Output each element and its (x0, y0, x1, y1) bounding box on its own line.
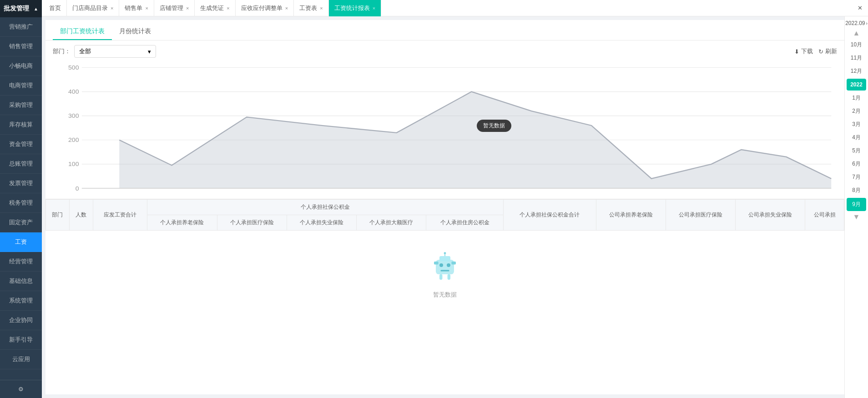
svg-text:0: 0 (76, 185, 79, 191)
tab-payable[interactable]: 应收应付调整单× (236, 0, 294, 16)
date-item-2[interactable]: 12月 (845, 65, 868, 78)
sidebar-item-purchase[interactable]: 采购管理 (0, 96, 42, 115)
th-row1-3: 个人承担社保公积金 (147, 200, 504, 215)
sidebar: 批发管理 ▲ 营销推广销售管理小畅电商电商管理采购管理库存核算资金管理总账管理发… (0, 0, 42, 398)
sidebar-item-basic[interactable]: 基础信息 (0, 272, 42, 291)
tab-salary-table[interactable]: 工资表× (294, 0, 328, 16)
empty-robot-icon (427, 249, 463, 285)
dept-select[interactable]: 全部 ▾ (74, 45, 156, 58)
date-item-11[interactable]: 8月 (845, 184, 868, 197)
sub-tab-dept-stats[interactable]: 部门工资统计表 (53, 24, 112, 40)
th-row1-2: 应发工资合计 (93, 200, 147, 231)
sidebar-item-ledger[interactable]: 总账管理 (0, 154, 42, 174)
sub-tab-month-stats[interactable]: 月份统计表 (112, 24, 158, 40)
sidebar-item-operations[interactable]: 经营管理 (0, 252, 42, 272)
tab-home[interactable]: 首页 (44, 0, 67, 16)
sidebar-item-finance[interactable]: 资金管理 (0, 135, 42, 154)
date-item-7[interactable]: 4月 (845, 131, 868, 144)
sidebar-item-cloud[interactable]: 云应用 (0, 350, 42, 369)
tab-voucher[interactable]: 生成凭证× (195, 0, 235, 16)
tab-label-store-mgmt: 店铺管理 (160, 4, 183, 12)
svg-point-19 (439, 263, 443, 267)
date-items: 10月11月12月20221月2月3月4月5月6月7月8月9月 (845, 38, 868, 212)
chevron-right-icon: › (866, 21, 868, 26)
date-nav-up[interactable]: ▲ (852, 28, 861, 38)
svg-text:500: 500 (68, 65, 79, 71)
toolbar: 部门： 全部 ▾ ⬇ 下载 ↻ 刷新 (45, 40, 844, 62)
sidebar-items: 营销推广销售管理小畅电商电商管理采购管理库存核算资金管理总账管理发票管理税务管理… (0, 17, 42, 369)
sidebar-item-invoice[interactable]: 发票管理 (0, 174, 42, 193)
refresh-label: 刷新 (825, 47, 837, 55)
date-item-0[interactable]: 10月 (845, 38, 868, 51)
date-item-1[interactable]: 11月 (845, 51, 868, 65)
svg-rect-14 (434, 262, 439, 264)
tab-label-home: 首页 (49, 4, 61, 12)
table-empty-state: 暂无数据 (46, 231, 844, 317)
tab-close-salary-report[interactable]: × (373, 5, 375, 11)
tab-sales-order[interactable]: 销售单× (119, 0, 154, 16)
tab-close-store-mgmt[interactable]: × (186, 5, 189, 11)
svg-rect-15 (451, 262, 456, 264)
dept-label: 部门： (53, 47, 71, 55)
tab-salary-report[interactable]: 工资统计报表× (329, 0, 381, 16)
page-content: 部门工资统计表月份统计表 部门： 全部 ▾ ⬇ 下载 ↻ (45, 20, 844, 394)
tab-label-product: 门店商品目录 (72, 4, 108, 12)
sidebar-arrow-icon: ▲ (34, 6, 38, 11)
toolbar-left: 部门： 全部 ▾ (53, 45, 156, 58)
sidebar-item-system[interactable]: 系统管理 (0, 291, 42, 311)
date-item-4[interactable]: 1月 (845, 91, 868, 105)
tab-close-all[interactable]: ✕ (854, 5, 866, 11)
tab-close-voucher[interactable]: × (227, 5, 229, 11)
main-area: 首页门店商品目录×销售单×店铺管理×生成凭证×应收应付调整单×工资表×工资统计报… (42, 0, 868, 398)
date-panel-header[interactable]: 2022.09 › (845, 18, 868, 28)
no-data-text: 暂无数据 (483, 122, 505, 129)
date-item-6[interactable]: 3月 (845, 118, 868, 131)
tab-items: 首页门店商品目录×销售单×店铺管理×生成凭证×应收应付调整单×工资表×工资统计报… (44, 0, 854, 16)
download-button[interactable]: ⬇ 下载 (794, 47, 813, 55)
th-row1-7: 公司承担失业保险 (736, 200, 805, 231)
sidebar-item-guide[interactable]: 新手引导 (0, 330, 42, 350)
sidebar-item-ecommerce-small[interactable]: 小畅电商 (0, 56, 42, 76)
settings-icon: ⚙ (18, 386, 24, 393)
tab-close-salary-table[interactable]: × (320, 5, 323, 11)
date-item-8[interactable]: 5月 (845, 144, 868, 157)
date-item-9[interactable]: 6月 (845, 157, 868, 171)
tab-label-salary-report: 工资统计报表 (334, 4, 370, 12)
tab-close-product[interactable]: × (111, 5, 113, 11)
date-nav-down[interactable]: ▼ (852, 212, 861, 222)
sidebar-item-assets[interactable]: 固定资产 (0, 213, 42, 232)
sidebar-item-ecommerce[interactable]: 电商管理 (0, 76, 42, 96)
th-row1-4: 个人承担社保公积金合计 (504, 200, 596, 231)
sidebar-item-salary[interactable]: 工资 (0, 232, 42, 252)
date-item-12[interactable]: 9月 (847, 198, 866, 211)
refresh-button[interactable]: ↻ 刷新 (818, 47, 837, 55)
chart-svg: 0100200300400500 (53, 62, 837, 199)
sidebar-item-sales[interactable]: 销售管理 (0, 37, 42, 56)
date-item-5[interactable]: 2月 (845, 105, 868, 118)
svg-text:200: 200 (68, 137, 79, 143)
th-row1-0: 部门 (46, 200, 70, 231)
sidebar-item-inventory[interactable]: 库存核算 (0, 115, 42, 135)
tab-product[interactable]: 门店商品目录× (67, 0, 119, 16)
svg-rect-13 (436, 260, 454, 274)
date-panel-title: 2022.09 (845, 20, 865, 26)
tab-close-sales-order[interactable]: × (145, 5, 148, 11)
table-wrapper[interactable]: 部门人数应发工资合计个人承担社保公积金个人承担社保公积金合计公司承担养老保险公司… (45, 199, 844, 394)
data-table: 部门人数应发工资合计个人承担社保公积金个人承担社保公积金合计公司承担养老保险公司… (45, 199, 844, 317)
sidebar-item-tax[interactable]: 税务管理 (0, 193, 42, 213)
dept-select-value: 全部 (79, 47, 91, 55)
sidebar-item-enterprise[interactable]: 企业协同 (0, 311, 42, 330)
tab-store-mgmt[interactable]: 店铺管理× (154, 0, 195, 16)
date-item-10[interactable]: 7月 (845, 171, 868, 184)
tab-close-payable[interactable]: × (285, 5, 288, 11)
th-row2-0: 个人承担养老保险 (147, 215, 217, 231)
tab-label-salary-table: 工资表 (299, 4, 317, 12)
sidebar-settings[interactable]: ⚙ (0, 380, 42, 398)
date-item-3[interactable]: 2022 (847, 79, 866, 91)
th-row1-1: 人数 (69, 200, 93, 231)
download-icon: ⬇ (794, 48, 799, 55)
sidebar-item-marketing[interactable]: 营销推广 (0, 17, 42, 37)
sidebar-header[interactable]: 批发管理 ▲ (0, 0, 42, 17)
date-panel: 2022.09 › ▲ 10月11月12月20221月2月3月4月5月6月7月8… (844, 16, 868, 398)
th-row1-5: 公司承担养老保险 (596, 200, 666, 231)
